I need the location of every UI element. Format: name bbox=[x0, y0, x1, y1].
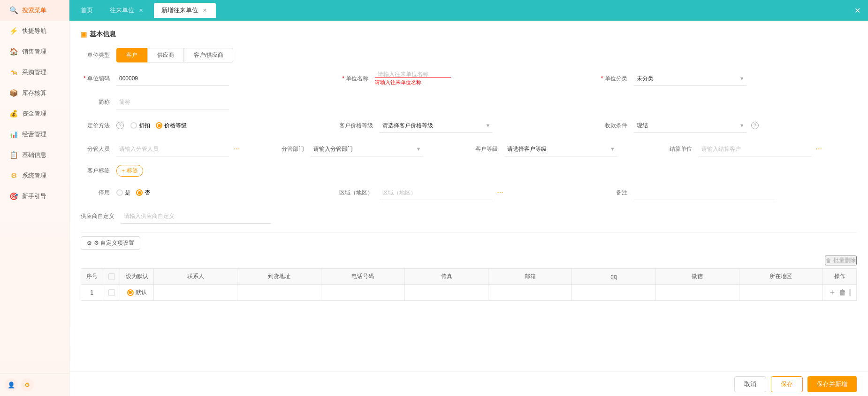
unit-category-label: 单位分类 bbox=[598, 75, 631, 83]
sidebar-item-purchase[interactable]: 🛍 采购管理 bbox=[0, 62, 69, 83]
row-phone[interactable] bbox=[321, 285, 404, 301]
supplier-custom-label: 供应商自定义 bbox=[81, 212, 118, 220]
qq-input[interactable] bbox=[577, 289, 650, 296]
disabled-radio-group: 是 否 bbox=[116, 189, 150, 197]
unit-type-both[interactable]: 客户/供应商 bbox=[184, 48, 233, 62]
custom-settings-button[interactable]: ⚙ ⚙ 自定义项设置 bbox=[81, 236, 140, 250]
row-qq[interactable] bbox=[572, 285, 655, 301]
remarks-input[interactable] bbox=[634, 185, 775, 200]
save-button[interactable]: 保存 bbox=[771, 376, 803, 392]
email-input[interactable] bbox=[493, 289, 567, 296]
tab-new-partner[interactable]: 新增往来单位 ✕ bbox=[154, 3, 216, 18]
add-row-button[interactable]: ＋ bbox=[829, 287, 836, 297]
target-icon: 🎯 bbox=[9, 192, 18, 201]
sidebar-item-quicknav[interactable]: ⚡ 快捷导航 bbox=[0, 21, 69, 41]
delete-row-button[interactable]: 🗑 bbox=[839, 288, 846, 297]
customer-level-select-input[interactable]: 请选择客户等级 bbox=[504, 141, 617, 156]
abbreviation-row: 简称 bbox=[81, 94, 857, 109]
tab-new-partner-close[interactable]: ✕ bbox=[201, 7, 208, 14]
pricing-help-icon[interactable]: ? bbox=[116, 122, 124, 129]
disabled-no[interactable]: 否 bbox=[136, 189, 150, 197]
select-all-checkbox[interactable] bbox=[108, 273, 115, 280]
sidebar-item-finance[interactable]: 💰 资金管理 bbox=[0, 103, 69, 124]
add-tag-button[interactable]: + 标签 bbox=[116, 165, 143, 177]
disabled-yes[interactable]: 是 bbox=[116, 189, 130, 197]
supplier-custom-field: 供应商自定义 bbox=[81, 209, 857, 224]
row-contact[interactable] bbox=[154, 285, 237, 301]
department-select-input[interactable]: 请输入分管部门 bbox=[311, 141, 423, 156]
row-default-radio[interactable] bbox=[127, 289, 134, 296]
sidebar-item-label: 搜索菜单 bbox=[22, 6, 46, 15]
fax-input[interactable] bbox=[410, 289, 483, 296]
customer-level-select[interactable]: 请选择客户等级 ▼ bbox=[504, 141, 617, 156]
row-region-input[interactable] bbox=[744, 289, 818, 296]
payment-terms-select-input[interactable]: 现结 bbox=[634, 118, 746, 133]
unit-type-customer[interactable]: 客户 bbox=[116, 48, 147, 62]
tab-home[interactable]: 首页 bbox=[73, 3, 100, 18]
col-email: 邮箱 bbox=[488, 269, 572, 285]
price-level-select-input[interactable]: 请选择客户价格等级 bbox=[380, 118, 492, 133]
sidebar-item-guide[interactable]: 🎯 新手引导 bbox=[0, 186, 69, 207]
row-wechat[interactable] bbox=[655, 285, 739, 301]
sidebar-item-basic[interactable]: 📋 基础信息 bbox=[0, 145, 69, 165]
unit-type-supplier[interactable]: 供应商 bbox=[147, 48, 184, 62]
payment-terms-label: 收款条件 bbox=[598, 122, 631, 130]
code-name-category-row: 单位编码 单位名称 请输入往来单位名称 单位分类 未分类 ▼ bbox=[81, 71, 857, 86]
tab-partners-close[interactable]: ✕ bbox=[137, 7, 145, 14]
pricing-radio-discount[interactable]: 折扣 bbox=[130, 122, 150, 130]
sidebar-item-label: 新手引导 bbox=[22, 192, 46, 201]
drag-handle[interactable] bbox=[849, 289, 851, 296]
payment-help-icon[interactable]: ? bbox=[751, 122, 759, 129]
sidebar-user-icon[interactable]: 👤 bbox=[5, 378, 18, 391]
sidebar-item-label: 库存核算 bbox=[22, 89, 46, 97]
wechat-input[interactable] bbox=[661, 289, 734, 296]
box-icon: 📦 bbox=[9, 88, 18, 98]
main-area: 首页 往来单位 ✕ 新增往来单位 ✕ ✕ ▣ 基本信息 单位类型 bbox=[69, 0, 868, 396]
row-address[interactable] bbox=[237, 285, 321, 301]
info-icon: ▣ bbox=[81, 31, 87, 38]
supplier-custom-input[interactable] bbox=[121, 209, 271, 224]
manager-input[interactable] bbox=[116, 141, 229, 156]
price-level-field: 客户价格等级 请选择客户价格等级 ▼ bbox=[339, 118, 598, 133]
cancel-button[interactable]: 取消 bbox=[734, 376, 766, 392]
row-no: 1 bbox=[81, 285, 103, 301]
sidebar-settings-icon[interactable]: ⚙ bbox=[21, 378, 34, 391]
sidebar-item-inventory[interactable]: 📦 库存核算 bbox=[0, 83, 69, 103]
unit-category-select[interactable]: 未分类 ▼ bbox=[634, 71, 746, 86]
unit-type-field: 单位类型 客户 供应商 客户/供应商 bbox=[81, 48, 857, 62]
sidebar-item-label: 资金管理 bbox=[22, 109, 46, 118]
table-body: 1 默认 bbox=[81, 285, 857, 301]
row-fax[interactable] bbox=[404, 285, 488, 301]
region-input[interactable] bbox=[380, 185, 492, 200]
region-more-icon[interactable]: ··· bbox=[497, 188, 503, 197]
settlement-more-icon[interactable]: ··· bbox=[816, 145, 822, 153]
sidebar-item-label: 基础信息 bbox=[22, 151, 46, 159]
payment-terms-select[interactable]: 现结 ▼ bbox=[634, 118, 746, 133]
abbreviation-input[interactable] bbox=[116, 94, 229, 109]
unit-code-input[interactable] bbox=[116, 71, 229, 86]
pricing-radio-level[interactable]: 价格等级 bbox=[156, 122, 187, 130]
unit-name-input[interactable] bbox=[375, 71, 451, 78]
sidebar-item-system[interactable]: ⚙ 系统管理 bbox=[0, 165, 69, 186]
tag-row: 客户标签 + 标签 bbox=[81, 165, 857, 177]
save-new-button[interactable]: 保存并新增 bbox=[807, 376, 857, 392]
window-close-button[interactable]: ✕ bbox=[851, 4, 864, 17]
sidebar-item-sales[interactable]: 🏠 销售管理 bbox=[0, 41, 69, 62]
remarks-field: 备注 bbox=[598, 185, 857, 200]
price-level-select[interactable]: 请选择客户价格等级 ▼ bbox=[380, 118, 492, 133]
department-label: 分管部门 bbox=[275, 145, 308, 153]
row-checkbox[interactable] bbox=[108, 289, 115, 296]
contact-input[interactable] bbox=[159, 289, 232, 296]
batch-delete-button[interactable]: 🗑 批量删除 bbox=[825, 256, 857, 265]
settlement-unit-input[interactable] bbox=[699, 141, 811, 156]
manager-more-icon[interactable]: ··· bbox=[234, 145, 240, 153]
sidebar-item-search[interactable]: 🔍 搜索菜单 bbox=[0, 0, 69, 21]
department-select[interactable]: 请输入分管部门 ▼ bbox=[311, 141, 423, 156]
row-email[interactable] bbox=[488, 285, 572, 301]
phone-input[interactable] bbox=[326, 289, 400, 296]
tab-partners[interactable]: 往来单位 ✕ bbox=[102, 3, 152, 18]
unit-category-select-input[interactable]: 未分类 bbox=[634, 71, 746, 86]
address-input[interactable] bbox=[242, 289, 316, 296]
sidebar-item-operations[interactable]: 📊 经营管理 bbox=[0, 124, 69, 145]
row-region[interactable] bbox=[739, 285, 822, 301]
